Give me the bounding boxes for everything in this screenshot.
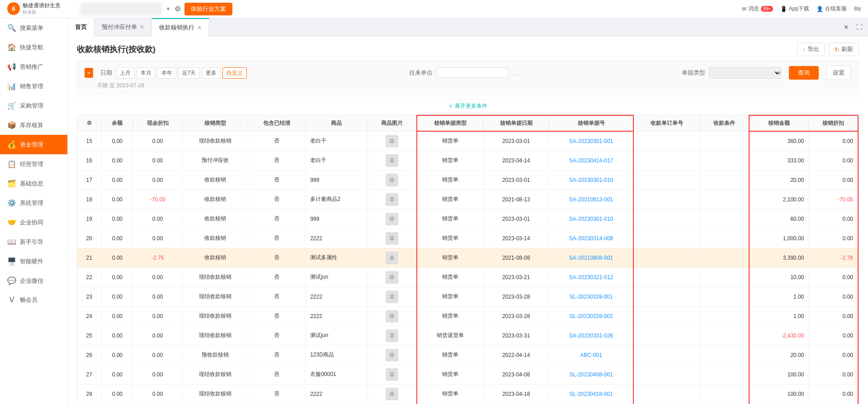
sidebar-item-system[interactable]: ⚙️ 系统管理 xyxy=(0,193,67,213)
cell-product-img: 🖼 xyxy=(368,326,417,345)
tab-writeoff-close-icon[interactable]: ✕ xyxy=(197,24,202,31)
cell-voucher-no[interactable]: SA-20230314-008 xyxy=(549,228,633,248)
cell-writeoff-amount: 3,390.00 xyxy=(749,248,809,267)
cell-voucher-no[interactable]: SA-20230331-026 xyxy=(549,326,633,345)
voucher-no-link[interactable]: SA-20230331-026 xyxy=(569,333,613,339)
voucher-no-link[interactable]: SA-20230314-008 xyxy=(569,235,613,242)
sidebar-item-collab[interactable]: 🤝 企业协同 xyxy=(0,213,67,232)
tab-prepay[interactable]: 预付冲应付单 ✕ xyxy=(94,18,152,36)
cell-receipt-terms xyxy=(700,228,749,248)
date-this-year[interactable]: 本年 xyxy=(157,67,176,79)
cell-id: 22 xyxy=(77,267,101,287)
sidebar-item-management[interactable]: 📋 经营管理 xyxy=(0,154,67,174)
tab-prepay-close-icon[interactable]: ✕ xyxy=(140,24,144,30)
voucher-no-link[interactable]: SA-20210813-001 xyxy=(569,196,613,203)
cell-voucher-no[interactable]: SA-20230301-001 xyxy=(549,131,633,151)
date-custom[interactable]: 自定义 xyxy=(222,67,247,79)
cell-id: 27 xyxy=(77,365,101,384)
voucher-type-select[interactable] xyxy=(709,67,781,79)
sidebar-item-search[interactable]: 🔍 搜索菜单 xyxy=(0,18,67,38)
sidebar-item-nav[interactable]: 🏠 快捷导航 xyxy=(0,38,67,57)
app-download-btn[interactable]: 📱 App下载 xyxy=(780,5,809,13)
date-7days[interactable]: 近7天 xyxy=(178,67,200,79)
sidebar-item-member[interactable]: V 畅会员 xyxy=(0,290,67,309)
cell-voucher-no[interactable]: SL-20230418-001 xyxy=(549,384,633,404)
refresh-button[interactable]: ↻ 刷新 xyxy=(829,43,859,56)
voucher-no-link[interactable]: SA-20230301-001 xyxy=(569,138,613,144)
logo-area: 6 畅捷通谱好生意 标准版 xyxy=(7,2,75,15)
trial-button[interactable]: 体验行业方案 xyxy=(184,3,232,15)
cell-id: 18 xyxy=(77,190,101,209)
user-area[interactable]: Rit xyxy=(854,6,861,12)
date-this-month[interactable]: 本月 xyxy=(137,67,156,79)
export-button[interactable]: ↑ 导出 xyxy=(797,43,826,56)
cell-voucher-no[interactable]: SA-20210813-001 xyxy=(549,190,633,209)
cell-cash-discount: 0.00 xyxy=(133,228,182,248)
voucher-no-link[interactable]: SA-20230321-012 xyxy=(569,274,613,280)
th-product-img: 商品图片 xyxy=(368,115,417,131)
sidebar-item-marketing[interactable]: 📢 营销推广 xyxy=(0,57,67,76)
voucher-no-link[interactable]: SL-20230418-001 xyxy=(569,391,613,397)
expand-more-btn[interactable]: ∨ 展开更多条件 xyxy=(77,99,859,113)
sidebar-item-basic[interactable]: 🗂️ 基础信息 xyxy=(0,174,67,193)
voucher-no-link[interactable]: SL-20230408-001 xyxy=(569,371,613,378)
settings-button[interactable]: 设置 xyxy=(826,66,851,80)
sidebar-item-guide[interactable]: 📖 新手引导 xyxy=(0,232,67,252)
search-input[interactable] xyxy=(80,3,162,15)
sidebar-item-inventory[interactable]: 📦 库存核算 xyxy=(0,115,67,135)
date-last-month[interactable]: 上月 xyxy=(116,67,135,79)
date-more[interactable]: 更多 xyxy=(202,67,221,79)
query-button[interactable]: 查询 xyxy=(789,66,819,80)
filter-date: 日期 上月 本月 本年 近7天 更多 自定义 xyxy=(100,67,247,79)
user-name: Rit xyxy=(854,6,861,12)
table-row: 240.000.00现结收款核销否2222🖼销货单2023-03-28SL-20… xyxy=(77,306,858,326)
customer-input[interactable] xyxy=(436,67,509,78)
voucher-no-link[interactable]: SA-20230301-010 xyxy=(569,177,613,183)
main-table: ⚙ 余额 现金折扣 核销类型 包含已结清 商品 商品图片 核销单据类型 核销单据… xyxy=(77,115,859,404)
sidebar-item-hardware[interactable]: 🖥️ 智能硬件 xyxy=(0,252,67,271)
tab-maximize-button[interactable]: ⛶ xyxy=(854,22,864,33)
tab-writeoff[interactable]: 收款核销执行 ✕ xyxy=(152,18,209,36)
cell-writeoff-type: 收款核销 xyxy=(182,248,248,267)
cell-voucher-no[interactable]: SA-20230301-010 xyxy=(549,170,633,190)
voucher-no-link[interactable]: SL-20230328-002 xyxy=(569,313,613,319)
online-service-btn[interactable]: 👤 在线客服 xyxy=(816,5,847,13)
cell-voucher-no[interactable]: SA-20230321-012 xyxy=(549,267,633,287)
message-btn[interactable]: ✉ 消息 99+ xyxy=(742,5,773,13)
cell-voucher-type: 销货单 xyxy=(417,306,483,326)
voucher-no-link[interactable]: ABC-001 xyxy=(580,352,602,358)
cell-voucher-no[interactable]: SA-20230301-010 xyxy=(549,209,633,228)
voucher-no-link[interactable]: SA-20230414-017 xyxy=(569,157,613,164)
tab-home[interactable]: 首页 xyxy=(68,18,94,36)
th-settings[interactable]: ⚙ xyxy=(77,115,101,131)
sidebar-item-purchase[interactable]: 🛒 采购管理 xyxy=(0,96,67,115)
product-image: 🖼 xyxy=(386,193,398,206)
product-image: 🖼 xyxy=(386,154,398,167)
voucher-no-link[interactable]: SA-20210808-001 xyxy=(569,255,613,261)
cell-voucher-no[interactable]: SA-20230414-017 xyxy=(549,151,633,170)
cell-voucher-no[interactable]: SL-20230408-001 xyxy=(549,365,633,384)
cell-receipt-order-no xyxy=(633,384,700,404)
gear-icon[interactable]: ⚙ xyxy=(175,5,181,13)
hardware-icon: 🖥️ xyxy=(7,257,16,266)
cell-voucher-no[interactable]: SL-20230328-001 xyxy=(549,287,633,306)
cell-voucher-no[interactable]: SL-20230328-002 xyxy=(549,306,633,326)
th-receipt-order-no: 收款单订单号 xyxy=(633,115,700,131)
voucher-no-link[interactable]: SL-20230328-001 xyxy=(569,294,613,300)
cell-writeoff-type: 现结收款核销 xyxy=(182,326,248,345)
cell-included-settled: 否 xyxy=(248,326,306,345)
cell-voucher-no[interactable]: SA-20210808-001 xyxy=(549,248,633,267)
date-buttons: 上月 本月 本年 近7天 更多 自定义 xyxy=(116,67,247,79)
tab-close-button[interactable]: ✕ xyxy=(842,22,851,33)
voucher-no-link[interactable]: SA-20230301-010 xyxy=(569,216,613,222)
cell-voucher-no[interactable]: ABC-001 xyxy=(549,345,633,365)
product-image: 🖼 xyxy=(386,252,398,264)
filter-collapse-btn[interactable]: » xyxy=(85,68,93,78)
cell-product-img: 🖼 xyxy=(368,131,417,151)
sidebar-item-finance[interactable]: 💰 资金管理 xyxy=(0,135,67,154)
cell-writeoff-amount: 2,100.00 xyxy=(749,190,809,209)
cell-included-settled: 否 xyxy=(248,170,306,190)
sidebar-item-sales[interactable]: 📊 销售管理 xyxy=(0,76,67,96)
sidebar-item-wechat[interactable]: 💬 企业微信 xyxy=(0,271,67,290)
cell-product: 2222 xyxy=(306,384,368,404)
